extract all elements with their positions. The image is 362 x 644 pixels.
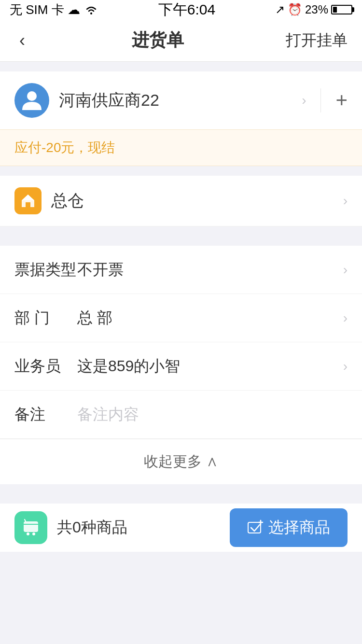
remark-placeholder: 备注内容 bbox=[77, 404, 348, 425]
collapse-button[interactable]: 收起更多 ∧ bbox=[0, 439, 362, 484]
warehouse-section: 总仓 › bbox=[0, 176, 362, 226]
nav-bar: ‹ 进货单 打开挂单 bbox=[0, 19, 362, 62]
svg-point-1 bbox=[27, 91, 37, 101]
salesperson-value: 这是859的小智 bbox=[77, 356, 343, 377]
alarm-icon: ⏰ bbox=[288, 3, 302, 16]
status-time: 下午6:04 bbox=[158, 0, 215, 20]
top-divider bbox=[0, 62, 362, 71]
invoice-type-value: 不开票 bbox=[77, 259, 343, 280]
form-section: 票据类型 不开票 › 部 门 总 部 › 业务员 这是859的小智 › 备注 备… bbox=[0, 246, 362, 484]
department-chevron-icon: › bbox=[343, 310, 348, 326]
bottom-divider bbox=[0, 484, 362, 494]
warehouse-icon bbox=[20, 193, 36, 209]
back-button[interactable]: ‹ bbox=[14, 26, 30, 56]
svg-point-0 bbox=[90, 13, 92, 14]
department-row[interactable]: 部 门 总 部 › bbox=[0, 294, 362, 342]
battery-icon bbox=[331, 5, 352, 14]
warehouse-divider bbox=[0, 166, 362, 176]
department-label: 部 门 bbox=[14, 308, 77, 329]
warehouse-name: 总仓 bbox=[51, 190, 343, 212]
person-icon bbox=[20, 88, 44, 112]
wifi-icon bbox=[84, 4, 98, 15]
supplier-name: 河南供应商22 bbox=[59, 89, 302, 112]
fields-divider bbox=[0, 226, 362, 236]
supplier-section: 河南供应商22 › + 应付-20元，现结 bbox=[0, 71, 362, 166]
department-value: 总 部 bbox=[77, 308, 343, 329]
remark-row[interactable]: 备注 备注内容 bbox=[0, 391, 362, 439]
warehouse-chevron-icon: › bbox=[343, 193, 348, 209]
select-product-icon bbox=[247, 519, 264, 536]
warehouse-row[interactable]: 总仓 › bbox=[0, 176, 362, 226]
supplier-row[interactable]: 河南供应商22 › + bbox=[0, 71, 362, 129]
status-bar: 无 SIM 卡 ☁ 下午6:04 ↗ ⏰ 23% bbox=[0, 0, 362, 19]
vertical-divider bbox=[320, 88, 321, 112]
bottom-bar: 共0种商品 选择商品 bbox=[0, 504, 362, 552]
svg-rect-2 bbox=[26, 202, 30, 207]
status-left: 无 SIM 卡 ☁ bbox=[10, 1, 98, 18]
page-title: 进货单 bbox=[132, 28, 184, 52]
no-sim-label: 无 SIM 卡 ☁ bbox=[10, 1, 80, 18]
supplier-chevron-icon: › bbox=[302, 93, 306, 108]
product-count-label: 共0种商品 bbox=[57, 517, 230, 538]
salesperson-label: 业务员 bbox=[14, 356, 77, 377]
add-supplier-button[interactable]: + bbox=[335, 89, 348, 112]
invoice-type-label: 票据类型 bbox=[14, 259, 77, 280]
invoice-type-chevron-icon: › bbox=[343, 262, 348, 278]
salesperson-chevron-icon: › bbox=[343, 359, 348, 374]
svg-point-5 bbox=[32, 532, 35, 535]
product-icon-bg bbox=[14, 511, 47, 544]
invoice-type-row[interactable]: 票据类型 不开票 › bbox=[0, 246, 362, 294]
salesperson-row[interactable]: 业务员 这是859的小智 › bbox=[0, 342, 362, 391]
warehouse-icon-bg bbox=[14, 187, 42, 214]
supplier-avatar bbox=[14, 83, 49, 118]
cart-icon bbox=[21, 518, 41, 538]
status-right: ↗ ⏰ 23% bbox=[275, 3, 352, 16]
remark-label: 备注 bbox=[14, 404, 77, 425]
svg-rect-3 bbox=[24, 521, 38, 532]
battery-pct: 23% bbox=[305, 3, 328, 16]
location-icon: ↗ bbox=[275, 3, 285, 16]
select-product-button[interactable]: 选择商品 bbox=[230, 508, 348, 547]
svg-point-4 bbox=[27, 532, 29, 535]
alert-banner: 应付-20元，现结 bbox=[0, 129, 362, 166]
open-pending-button[interactable]: 打开挂单 bbox=[286, 30, 348, 51]
select-product-label: 选择商品 bbox=[268, 517, 330, 538]
background-fill bbox=[0, 552, 362, 644]
